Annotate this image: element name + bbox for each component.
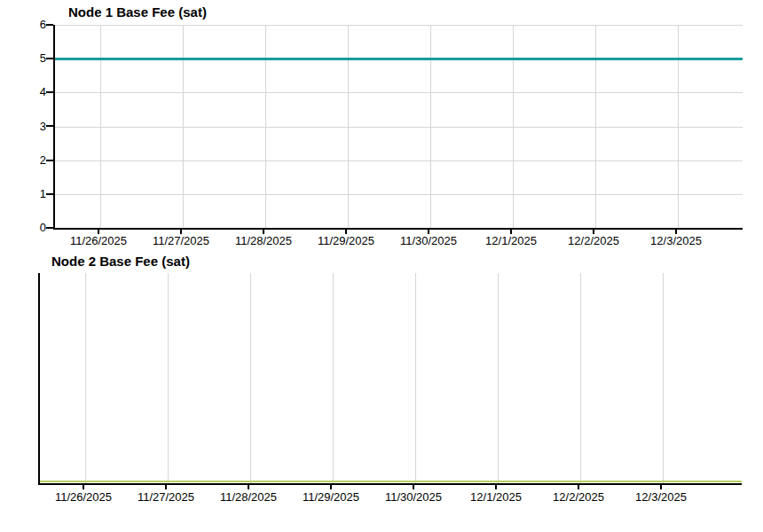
node1-x-axis-label: 12/3/2025 [635,234,717,248]
node1-gridline-vertical [265,25,266,228]
node2-x-tick-mark [165,485,167,489]
node1-plot-area [53,25,743,230]
node1-y-tick-mark [46,58,53,59]
node1-gridline-vertical [348,25,349,228]
node1-x-axis-label: 11/29/2025 [305,234,387,248]
node2-plot-area [38,273,742,485]
node1-y-axis-label: 3 [27,120,46,134]
node2-series-line [40,481,742,482]
node2-gridline-vertical [168,273,169,483]
node2-chart-title: Node 2 Base Fee (sat) [51,254,190,269]
node1-y-axis-label: 4 [27,85,46,99]
node1-chart-title: Node 1 Base Fee (sat) [68,4,207,20]
node2-x-axis-label: 11/29/2025 [290,490,372,505]
node1-gridline-vertical [513,25,514,228]
node2-x-axis-label: 12/3/2025 [620,490,702,505]
node1-series-line [55,58,743,60]
node2-x-tick-mark [83,485,84,489]
node2-x-tick-mark [495,485,497,489]
node1-y-axis-label: 5 [27,51,46,66]
node1-x-axis-label: 11/30/2025 [388,234,469,248]
node1-y-axis-label: 1 [27,187,46,201]
node2-x-axis-label: 11/28/2025 [208,490,289,505]
node2-x-axis-label: 11/26/2025 [43,490,124,505]
node1-gridline-vertical [595,25,596,228]
node2-x-axis-label: 11/30/2025 [373,490,454,505]
node2-x-tick-mark [660,485,662,489]
node1-x-axis-label: 12/1/2025 [470,234,552,248]
node2-gridline-vertical [580,273,581,483]
node1-y-axis-label: 2 [27,153,46,168]
node2-x-tick-mark [578,485,579,489]
node2-gridline-vertical [415,273,416,483]
node2-x-tick-mark [330,485,332,489]
node1-gridline-horizontal [55,25,743,26]
node2-x-axis-label: 12/2/2025 [538,490,619,505]
node2-gridline-vertical [663,273,664,483]
node1-gridline-horizontal [55,194,743,195]
node2-gridline-vertical [498,273,499,483]
node1-y-tick-mark [46,125,53,127]
node2-x-axis-label: 12/1/2025 [455,490,537,505]
node1-gridline-horizontal [55,127,743,128]
node1-y-tick-mark [46,91,53,93]
node1-gridline-vertical [183,25,184,228]
node1-y-tick-mark [46,24,53,26]
node1-x-axis-label: 12/2/2025 [553,234,634,248]
node2-gridline-vertical [85,273,86,483]
node2-x-tick-mark [248,485,249,489]
node1-x-axis-label: 11/28/2025 [223,234,304,248]
node1-y-tick-mark [46,227,53,229]
node1-gridline-vertical [430,25,431,228]
node1-y-tick-mark [46,160,53,161]
node1-gridline-vertical [678,25,679,228]
node1-x-axis-label: 11/26/2025 [58,234,139,248]
node1-gridline-horizontal [55,160,743,161]
node1-y-tick-mark [46,193,53,195]
node2-x-tick-mark [413,485,414,489]
node2-x-axis-label: 11/27/2025 [125,490,207,505]
node1-x-axis-label: 11/27/2025 [140,234,222,248]
dashboard-page: Node 1 Base Fee (sat) 6 5 4 3 2 1 0 [0,0,763,532]
node2-gridline-vertical [250,273,251,483]
node1-gridline-horizontal [55,92,743,93]
node1-y-axis-label: 6 [27,18,46,32]
node1-y-axis-label: 0 [27,221,46,235]
node2-gridline-vertical [333,273,334,483]
node1-gridline-vertical [100,25,101,228]
